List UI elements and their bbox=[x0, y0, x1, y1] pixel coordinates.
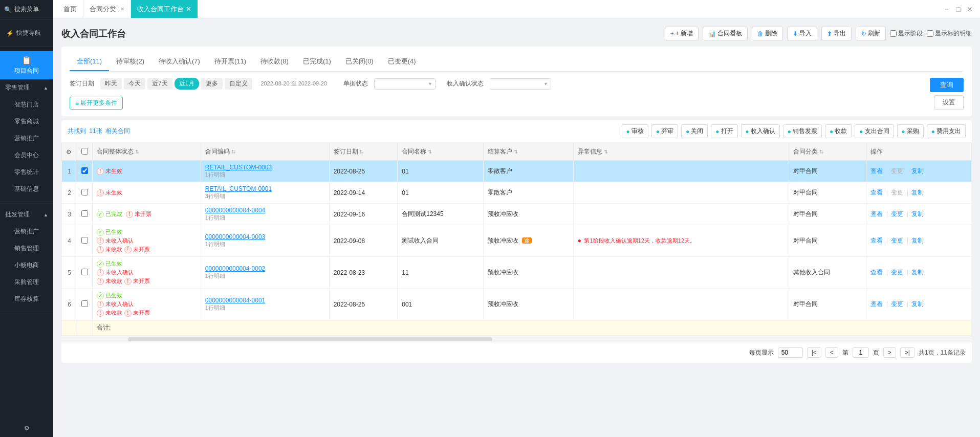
select-all-checkbox[interactable] bbox=[81, 148, 88, 155]
status-tab-closed[interactable]: 已关闭(0) bbox=[338, 53, 381, 71]
sidebar-item-smart-store[interactable]: 智慧门店 bbox=[0, 96, 53, 113]
sidebar-item-marketing[interactable]: 营销推广 bbox=[0, 130, 53, 147]
show-details-input[interactable] bbox=[927, 30, 933, 37]
sidebar-item-retail-mall[interactable]: 零售商城 bbox=[0, 113, 53, 130]
sort-error[interactable]: 异常信息 bbox=[578, 148, 608, 155]
col-settings[interactable]: ⚙ bbox=[62, 143, 77, 161]
sidebar-item-inventory[interactable]: 库存核算 bbox=[0, 291, 53, 308]
sidebar-item-marketing2[interactable]: 营销推广 bbox=[0, 223, 53, 240]
status-tab-completed[interactable]: 已完成(1) bbox=[296, 53, 338, 71]
page-input[interactable] bbox=[853, 347, 869, 358]
status-tab-pending-income[interactable]: 待收入确认(7) bbox=[151, 53, 207, 71]
abandon-btn[interactable]: ● 弃审 bbox=[651, 124, 678, 138]
date-btn-custom[interactable]: 自定义 bbox=[225, 78, 252, 90]
sidebar-item-basic-info[interactable]: 基础信息 bbox=[0, 181, 53, 198]
date-btn-7days[interactable]: 近7天 bbox=[147, 78, 172, 90]
tab-contract-category[interactable]: 合同分类 ✕ bbox=[83, 0, 131, 18]
date-btn-1month[interactable]: 近1月 bbox=[175, 78, 200, 90]
sidebar-settings-btn[interactable]: ⚙ bbox=[0, 420, 53, 437]
sidebar-item-retail-stats[interactable]: 零售统计 bbox=[0, 164, 53, 181]
code-link-1[interactable]: RETAIL_CUSTOM-0003 bbox=[205, 164, 325, 171]
sort-date[interactable]: 签订日期 bbox=[334, 148, 364, 155]
sidebar-item-project[interactable]: 📋 项目合同 bbox=[0, 51, 53, 79]
first-page-btn[interactable]: |< bbox=[807, 347, 821, 358]
op-edit-1[interactable]: 变更 bbox=[891, 167, 903, 174]
show-details-checkbox[interactable]: 显示标的明细 bbox=[927, 29, 972, 38]
op-copy-1[interactable]: 复制 bbox=[911, 167, 924, 174]
sort-code[interactable]: 合同编码 bbox=[205, 148, 235, 155]
last-page-btn[interactable]: >| bbox=[900, 347, 914, 358]
sidebar-search[interactable]: 🔍 搜索菜单 bbox=[0, 0, 53, 19]
setting-button[interactable]: 设置 bbox=[934, 95, 964, 110]
op-view-6[interactable]: 查看 bbox=[870, 300, 883, 308]
payment-btn[interactable]: ● 收款 bbox=[825, 124, 852, 138]
tab-income-workbench[interactable]: 收入合同工作台 ✕ bbox=[131, 0, 198, 18]
next-page-btn[interactable]: > bbox=[883, 347, 896, 358]
new-button[interactable]: + + 新增 bbox=[665, 27, 699, 40]
income-confirm-btn[interactable]: ● 收入确认 bbox=[741, 124, 780, 138]
sidebar-item-purchase[interactable]: 采购管理 bbox=[0, 274, 53, 291]
expense-out-btn[interactable]: ● 费用支出 bbox=[927, 124, 966, 138]
code-link-3[interactable]: 0000000000004-0004 bbox=[205, 207, 325, 214]
maximize-btn[interactable]: □ bbox=[953, 5, 964, 13]
sidebar-item-retail-mgmt[interactable]: 零售管理 ▲ bbox=[0, 79, 53, 96]
close-btn[interactable]: ● 关闭 bbox=[681, 124, 708, 138]
code-link-4[interactable]: 0000000000004-0003 bbox=[205, 233, 325, 241]
op-edit-6[interactable]: 变更 bbox=[891, 300, 903, 308]
code-link-2[interactable]: RETAIL_CUSTOM-0001 bbox=[205, 185, 325, 192]
show-fields-input[interactable] bbox=[890, 30, 897, 37]
close-window-btn[interactable]: ✕ bbox=[964, 5, 976, 13]
review-btn[interactable]: ● 审核 bbox=[622, 124, 648, 138]
op-edit-4[interactable]: 变更 bbox=[891, 237, 903, 244]
minimize-btn[interactable]: － bbox=[940, 5, 953, 14]
status-tab-pending-invoice[interactable]: 待开票(11) bbox=[207, 53, 253, 71]
op-view-5[interactable]: 查看 bbox=[870, 269, 883, 276]
op-edit-5[interactable]: 变更 bbox=[891, 269, 903, 276]
purchase-btn[interactable]: ● 采购 bbox=[897, 124, 924, 138]
table-scroll-container[interactable]: ⚙ 合同整体状态 合同编码 签订日期 合同名称 结算客户 异常信息 合同分类 操… bbox=[61, 143, 972, 336]
income-confirm-select[interactable] bbox=[490, 78, 551, 90]
sidebar-item-sales[interactable]: 销售管理 bbox=[0, 240, 53, 257]
query-button[interactable]: 查询 bbox=[930, 78, 964, 92]
show-fields-checkbox[interactable]: 显示阶段 bbox=[890, 29, 923, 38]
date-btn-yesterday[interactable]: 昨天 bbox=[100, 78, 122, 90]
status-tab-pending-review[interactable]: 待审核(2) bbox=[109, 53, 151, 71]
op-copy-3[interactable]: 复制 bbox=[911, 210, 924, 217]
op-view-1[interactable]: 查看 bbox=[870, 167, 883, 174]
row-checkbox-5[interactable] bbox=[77, 257, 93, 289]
sidebar-item-quicknav[interactable]: ⚡ 快捷导航 bbox=[0, 24, 53, 42]
sidebar-item-xiaoyang[interactable]: 小畅电商 bbox=[0, 257, 53, 274]
op-view-4[interactable]: 查看 bbox=[870, 237, 883, 244]
op-copy-5[interactable]: 复制 bbox=[911, 269, 924, 276]
prev-page-btn[interactable]: < bbox=[825, 347, 838, 358]
tab-category-close-icon[interactable]: ✕ bbox=[120, 6, 124, 12]
tab-workbench-close-icon[interactable]: ✕ bbox=[186, 5, 191, 13]
op-copy-2[interactable]: 复制 bbox=[911, 189, 924, 196]
op-view-3[interactable]: 查看 bbox=[870, 210, 883, 217]
row-checkbox-1[interactable] bbox=[77, 161, 93, 182]
open-btn[interactable]: ● 打开 bbox=[711, 124, 737, 138]
op-edit-3[interactable]: 变更 bbox=[891, 210, 903, 217]
sort-status[interactable]: 合同整体状态 bbox=[97, 148, 139, 155]
code-link-5[interactable]: 0000000000004-0002 bbox=[205, 265, 325, 272]
col-checkbox[interactable] bbox=[77, 143, 93, 161]
status-tab-all[interactable]: 全部(11) bbox=[70, 53, 109, 71]
op-copy-4[interactable]: 复制 bbox=[911, 237, 924, 244]
sort-category[interactable]: 合同分类 bbox=[793, 148, 823, 155]
per-page-select[interactable]: 10 20 50 100 bbox=[778, 347, 803, 358]
dashboard-button[interactable]: 📊 合同看板 bbox=[703, 27, 748, 40]
doc-status-select[interactable] bbox=[374, 78, 435, 90]
sidebar-item-member[interactable]: 会员中心 bbox=[0, 147, 53, 164]
expand-conditions-btn[interactable]: ≡ 展开更多条件 bbox=[70, 97, 123, 110]
date-btn-today[interactable]: 今天 bbox=[124, 78, 145, 90]
date-btn-more[interactable]: 更多 bbox=[201, 78, 223, 90]
sort-name[interactable]: 合同名称 bbox=[402, 148, 432, 155]
op-edit-2[interactable]: 变更 bbox=[891, 189, 903, 196]
op-copy-6[interactable]: 复制 bbox=[911, 300, 924, 308]
expense-contract-btn[interactable]: ● 支出合同 bbox=[855, 124, 894, 138]
row-checkbox-4[interactable] bbox=[77, 225, 93, 257]
sales-invoice-btn[interactable]: ● 销售发票 bbox=[783, 124, 822, 138]
tab-home[interactable]: 首页 bbox=[57, 0, 83, 18]
import-button[interactable]: ⬇ 导入 bbox=[787, 27, 817, 40]
scrollbar-thumb[interactable] bbox=[128, 337, 492, 341]
